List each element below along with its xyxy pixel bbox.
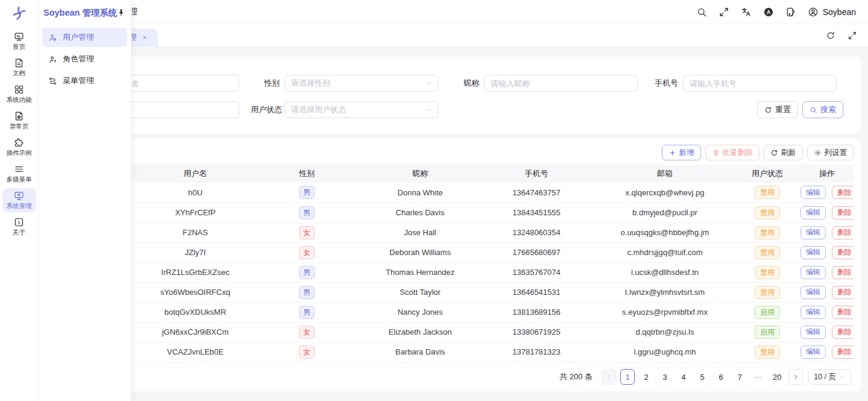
cell-nickname: Scott Taylor <box>400 288 441 297</box>
route-icon <box>48 77 57 86</box>
edit-button[interactable]: 编辑 <box>800 306 826 319</box>
sidebar-item-multi-menu[interactable]: 多级菜单 <box>2 162 36 186</box>
drawer-item-user-manage[interactable]: 用户管理 <box>42 28 127 47</box>
drawer-header: Soybean 管理系统 <box>39 0 131 25</box>
user-status-select[interactable]: 请选择用户状态 <box>285 101 438 118</box>
delete-button[interactable]: 删除 <box>832 306 854 319</box>
cell-username: F2NAS <box>183 228 208 237</box>
search-button[interactable]: 搜索 <box>802 101 843 118</box>
cell-email: l.ggru@ughcq.mh <box>634 347 696 356</box>
status-badge: 禁用 <box>755 266 780 279</box>
edit-button[interactable]: 编辑 <box>800 186 826 199</box>
page-button-4[interactable]: 4 <box>676 369 691 385</box>
table-row: IrRZ1LsGrbEXZsec男Thomas Hernandez1363576… <box>58 262 854 282</box>
batch-delete-button[interactable]: 批量删除 <box>705 145 760 160</box>
edit-button[interactable]: 编辑 <box>800 286 826 299</box>
page-button-2[interactable]: 2 <box>639 369 653 385</box>
user-gear-icon <box>48 33 57 42</box>
app-logo[interactable] <box>0 0 39 27</box>
pin-icon[interactable] <box>117 8 125 17</box>
gender-field: 性别请选择性别 <box>251 75 438 92</box>
drawer-item-role-manage[interactable]: 角色管理 <box>42 49 127 69</box>
sidebar-item-label: 关于 <box>13 229 25 236</box>
page-button-3[interactable]: 3 <box>658 369 672 385</box>
page-size-select[interactable]: 10 / 页 <box>808 369 851 385</box>
add-button[interactable]: 新增 <box>662 145 701 160</box>
user-menu[interactable]: Soybean <box>808 7 856 17</box>
sidebar-item-plugin-demo[interactable]: 插件示例 <box>2 135 36 159</box>
chevron-down-icon <box>426 80 433 87</box>
delete-button[interactable]: 删除 <box>832 266 854 279</box>
search-form-card: 性别请选择性别昵称手机号用户状态请选择用户状态 重置 搜索 <box>48 57 861 134</box>
delete-button[interactable]: 删除 <box>832 346 854 359</box>
content-fullscreen-icon[interactable] <box>848 31 857 40</box>
phone-input[interactable] <box>684 75 836 91</box>
gender-placeholder: 请选择性别 <box>285 78 336 89</box>
prev-page-button[interactable] <box>602 369 616 385</box>
fullscreen-icon[interactable] <box>719 7 729 17</box>
refresh-table-button[interactable]: 刷新 <box>764 145 803 160</box>
page-button-5[interactable]: 5 <box>695 369 709 385</box>
cell-email: s.eyuozs@rpvmibftxf.mx <box>622 308 708 317</box>
nickname-input[interactable] <box>485 75 637 91</box>
cell-username: VCAZJvnLEb0E <box>167 347 224 356</box>
delete-button[interactable]: 删除 <box>832 326 854 339</box>
theme-auto-icon[interactable] <box>763 7 774 17</box>
sidebar-item-about[interactable]: 关于 <box>2 215 36 239</box>
tabbar-actions <box>826 24 857 47</box>
gender-tag: 男 <box>299 286 315 299</box>
gender-tag: 女 <box>299 346 315 359</box>
gender-select[interactable]: 请选择性别 <box>285 75 438 92</box>
cell-username: XYhFrCEfP <box>175 208 215 217</box>
drawer-item-menu-manage[interactable]: 菜单管理 <box>42 71 127 90</box>
sidebar-item-docs[interactable]: 文档 <box>2 55 36 80</box>
trash-icon <box>712 149 720 157</box>
delete-button[interactable]: 删除 <box>832 226 854 239</box>
sidebar-item-system-manage[interactable]: 系统管理 <box>2 188 36 212</box>
avatar-icon <box>808 7 819 17</box>
edit-button[interactable]: 编辑 <box>800 266 826 279</box>
edit-button[interactable]: 编辑 <box>800 226 826 239</box>
cell-username: JZly7I <box>185 248 206 257</box>
cell-nickname: Charles Davis <box>396 208 445 217</box>
delete-button[interactable]: 删除 <box>832 186 854 199</box>
file-error-icon <box>14 111 24 121</box>
home-icon <box>14 31 24 42</box>
info-icon <box>14 217 24 227</box>
edit-button[interactable]: 编辑 <box>800 346 826 359</box>
page-button-20[interactable]: 20 <box>770 369 784 385</box>
page-button-1[interactable]: 1 <box>620 369 635 385</box>
chevron-left-icon <box>605 373 612 380</box>
phone-input[interactable] <box>683 75 837 92</box>
pagination: 共 200 条1234567⋯2010 / 页 <box>559 369 851 385</box>
column-settings-button[interactable]: 列设置 <box>807 145 854 160</box>
edit-button[interactable]: 编辑 <box>800 206 826 219</box>
column-header: 用户名 <box>140 165 251 183</box>
search-icon[interactable] <box>696 7 707 17</box>
edit-button[interactable]: 编辑 <box>800 326 826 339</box>
delete-button[interactable]: 删除 <box>832 246 854 259</box>
column-header: 用户状态 <box>734 165 800 183</box>
cell-phone: 13646541531 <box>512 288 561 297</box>
sidebar-item-label: 系统管理 <box>7 203 32 209</box>
cell-username: h0U <box>188 188 203 197</box>
cell-username: sYo6WbesOIRFCxq <box>160 288 230 297</box>
translate-icon[interactable] <box>741 7 752 17</box>
sidebar-item-system-function[interactable]: 系统功能 <box>2 82 36 106</box>
reset-icon <box>764 106 772 114</box>
reset-button[interactable]: 重置 <box>757 101 798 118</box>
delete-button[interactable]: 删除 <box>832 286 854 299</box>
page-button-7[interactable]: 7 <box>732 369 747 385</box>
delete-button[interactable]: 删除 <box>832 206 854 219</box>
child-menu-drawer: Soybean 管理系统 用户管理角色管理菜单管理 <box>39 0 131 401</box>
sidebar-item-home[interactable]: 首页 <box>2 29 36 53</box>
page-button-6[interactable]: 6 <box>714 369 728 385</box>
refresh-icon[interactable] <box>826 31 835 40</box>
nickname-input[interactable] <box>484 75 638 92</box>
edit-button[interactable]: 编辑 <box>800 246 826 259</box>
theme-palette-icon[interactable] <box>785 7 796 17</box>
sidebar-item-exception[interactable]: 异常页 <box>2 109 36 133</box>
close-icon[interactable] <box>142 34 148 40</box>
next-page-button[interactable] <box>788 369 803 385</box>
gender-tag: 男 <box>299 266 315 279</box>
